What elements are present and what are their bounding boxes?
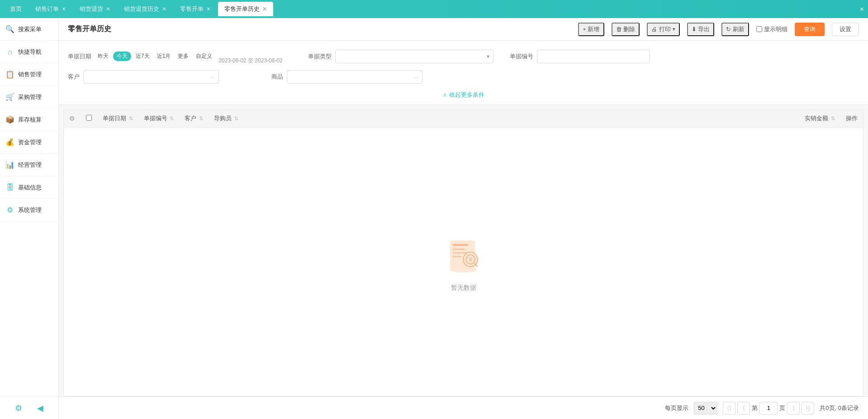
tab-sales-return[interactable]: 销货退货 ✕ [73, 2, 117, 16]
svg-rect-4 [452, 252, 467, 254]
first-page-btn[interactable]: ⟨⟨ [723, 402, 735, 414]
page-number-input[interactable] [759, 402, 778, 414]
filter-doc-type-select[interactable]: ▾ [335, 50, 493, 63]
select-all-checkbox[interactable] [86, 115, 92, 121]
filter-date: 单据日期 昨天 今天 近7天 近1月 更多 自定义 [68, 52, 215, 61]
date-btn-last7[interactable]: 近7天 [133, 52, 152, 61]
sidebar-item-quick-nav[interactable]: ⌂ 快捷导航 [0, 41, 58, 63]
sidebar-item-operations[interactable]: 📊 经营管理 [0, 154, 58, 176]
filter-date-shortcuts: 昨天 今天 近7天 近1月 更多 自定义 [95, 52, 215, 61]
sidebar-item-purchase-mgmt-label: 采购管理 [18, 93, 42, 101]
print-button[interactable]: 🖨 打印 ▾ [647, 23, 680, 36]
export-button[interactable]: ⬇ 导出 [687, 23, 715, 36]
tab-sales-order-close[interactable]: ✕ [62, 6, 66, 12]
tab-sales-return-history-label: 销货退货历史 [124, 5, 159, 13]
filter-date-label: 单据日期 [68, 52, 91, 61]
top-navigation: 首页 销售订单 ✕ 销货退货 ✕ 销货退货历史 ✕ 零售开单 ✕ 零售开单历史 … [0, 0, 868, 18]
tab-sales-order-label: 销售订单 [35, 5, 59, 13]
svg-rect-5 [452, 256, 461, 257]
table-container: ⚙ 单据日期 ⇅ 单据编号 ⇅ [59, 105, 868, 396]
sidebar-search-label: 搜索采单 [18, 25, 42, 33]
tab-home[interactable]: 首页 [4, 2, 28, 16]
search-icon: 🔍 [5, 25, 14, 33]
filter-doc-number-input[interactable] [537, 50, 650, 63]
th-doc-number[interactable]: 单据编号 ⇅ [138, 110, 180, 127]
sidebar-item-inventory-label: 库存核算 [18, 116, 42, 124]
collapse-sidebar-icon[interactable]: ◀ [37, 403, 43, 413]
per-page-select[interactable]: 10 20 50 100 [694, 402, 717, 414]
tab-sales-return-label: 销货退货 [80, 5, 103, 13]
date-btn-yesterday[interactable]: 昨天 [95, 52, 111, 61]
sort-customer-icon: ⇅ [199, 116, 203, 121]
filter-customer: 客户 ··· [68, 70, 219, 84]
sort-doc-date-icon: ⇅ [129, 116, 133, 121]
show-detail-toggle[interactable]: 显示明细 [756, 25, 787, 33]
th-actual-amount[interactable]: 实销金额 ⇅ [799, 110, 840, 127]
tab-sales-order[interactable]: 销售订单 ✕ [29, 2, 72, 16]
date-range-text: 2023-06-02 至 2023-06-02 [218, 57, 282, 65]
sidebar-item-inventory[interactable]: 📦 库存核算 [0, 108, 58, 131]
delete-button[interactable]: 🗑 删除 [612, 23, 640, 36]
page-label: 第 [752, 404, 758, 412]
th-checkbox[interactable] [81, 110, 97, 127]
empty-state: 暂无数据 [64, 127, 863, 396]
tab-sales-return-history[interactable]: 销货退货历史 ✕ [118, 2, 173, 16]
filter-doc-number-label: 单据编号 [510, 52, 533, 61]
tab-sales-return-history-close[interactable]: ✕ [162, 6, 166, 12]
show-detail-checkbox[interactable] [756, 26, 762, 32]
tab-retail-open-history-label: 零售开单历史 [224, 5, 260, 13]
sidebar-footer: ⚙ ◀ [0, 396, 58, 419]
tab-retail-open-history[interactable]: 零售开单历史 ✕ [218, 2, 273, 16]
product-dots: ··· [413, 74, 418, 80]
refresh-button[interactable]: ↻ 刷新 [721, 23, 749, 36]
th-salesperson[interactable]: 导购员 ⇅ [209, 110, 244, 127]
sidebar-item-purchase-mgmt[interactable]: 🛒 采购管理 [0, 86, 58, 108]
add-button[interactable]: + 新增 [578, 23, 604, 36]
home-icon: ⌂ [5, 48, 14, 56]
sidebar-item-system-mgmt-label: 系统管理 [18, 206, 42, 214]
sidebar-search[interactable]: 🔍 搜索采单 [0, 18, 58, 41]
sidebar-item-finance-label: 资金管理 [18, 138, 42, 146]
th-doc-date[interactable]: 单据日期 ⇅ [97, 110, 138, 127]
sidebar-item-basic-info[interactable]: 🗄 基础信息 [0, 176, 58, 199]
filter-product-select[interactable]: ··· [287, 70, 422, 84]
date-btn-more[interactable]: 更多 [175, 52, 191, 61]
last-page-btn[interactable]: ⟩⟩ [802, 402, 814, 414]
tab-retail-open-history-close[interactable]: ✕ [262, 6, 267, 12]
date-btn-last-month[interactable]: 近1月 [154, 52, 174, 61]
settings-icon[interactable]: ⚙ [15, 403, 22, 413]
sidebar-item-operations-label: 经营管理 [18, 161, 42, 169]
tab-retail-open-close[interactable]: ✕ [206, 6, 211, 12]
content-area: 零售开单历史 + 新增 🗑 删除 🖨 打印 ▾ ⬇ 导出 ↻ 刷新 [59, 18, 868, 419]
chevron-down-icon: ▾ [673, 26, 675, 32]
tab-home-label: 首页 [10, 5, 22, 13]
sidebar-item-system-mgmt[interactable]: ⚙ 系统管理 [0, 199, 58, 221]
query-button[interactable]: 查询 [795, 23, 825, 36]
customer-dots: ··· [210, 74, 215, 80]
filter-customer-select[interactable]: ··· [83, 70, 219, 84]
th-settings[interactable]: ⚙ [64, 110, 81, 127]
collapse-filter-btn[interactable]: ∧ 收起更多条件 [68, 89, 859, 101]
tab-retail-open-label: 零售开单 [180, 5, 204, 13]
tab-sales-return-close[interactable]: ✕ [106, 6, 110, 12]
finance-icon: 💰 [5, 138, 14, 146]
svg-rect-3 [452, 249, 465, 250]
th-customer[interactable]: 客户 ⇅ [179, 110, 209, 127]
window-close-btn[interactable]: ✕ [859, 6, 864, 13]
empty-illustration [441, 231, 486, 277]
next-page-btn[interactable]: ⟩ [787, 402, 800, 414]
tab-retail-open[interactable]: 零售开单 ✕ [174, 2, 217, 16]
inventory-icon: 📦 [5, 115, 14, 124]
sidebar: 🔍 搜索采单 ⌂ 快捷导航 📋 销售管理 🛒 采购管理 📦 库存核算 💰 资金管… [0, 18, 59, 419]
filter-customer-label: 客户 [68, 73, 80, 81]
th-actions: 操作 [840, 110, 863, 127]
filter-product: 商品 ··· [271, 70, 422, 84]
data-table: ⚙ 单据日期 ⇅ 单据编号 ⇅ [64, 110, 863, 127]
prev-page-btn[interactable]: ⟨ [737, 402, 750, 414]
sidebar-item-sales-mgmt[interactable]: 📋 销售管理 [0, 63, 58, 86]
date-btn-custom[interactable]: 自定义 [193, 52, 215, 61]
sidebar-item-finance[interactable]: 💰 资金管理 [0, 131, 58, 154]
date-btn-today[interactable]: 今天 [113, 52, 131, 61]
main-layout: 🔍 搜索采单 ⌂ 快捷导航 📋 销售管理 🛒 采购管理 📦 库存核算 💰 资金管… [0, 18, 868, 419]
settings-button[interactable]: 设置 [832, 23, 859, 36]
